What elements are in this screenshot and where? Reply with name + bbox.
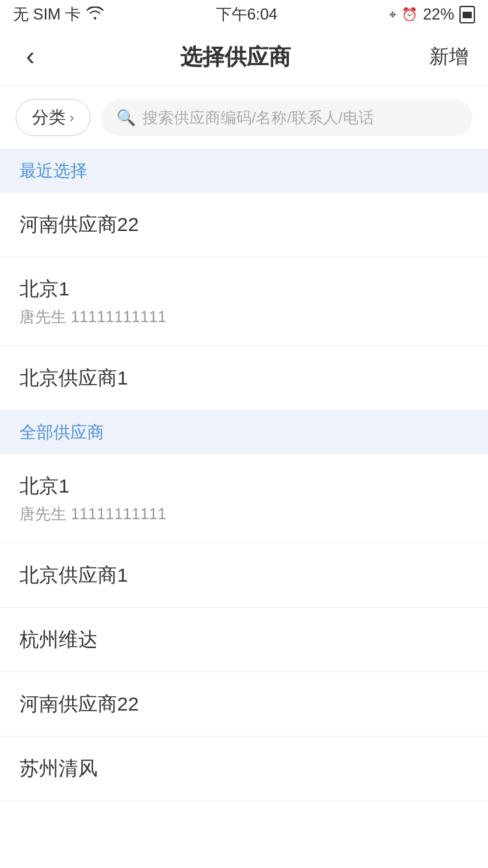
nav-bar: ‹ 选择供应商 新增 <box>0 29 488 86</box>
list-item[interactable]: 杭州维达 <box>0 608 488 672</box>
list-item[interactable]: 河南供应商22 <box>0 672 488 737</box>
filter-row: 分类 › 🔍 搜索供应商编码/名称/联系人/电话 <box>0 86 488 149</box>
item-name: 北京供应商1 <box>20 364 468 392</box>
section-header-1: 全部供应商 <box>0 411 488 454</box>
back-button[interactable]: ‹ <box>20 36 41 77</box>
list-item[interactable]: 苏州清风 <box>0 737 488 801</box>
item-sub: 唐先生 11111111111 <box>20 306 468 327</box>
list-item[interactable]: 北京1唐先生 11111111111 <box>0 257 488 346</box>
wifi-icon <box>86 5 104 23</box>
add-button[interactable]: 新增 <box>429 44 468 70</box>
status-left: 无 SIM 卡 <box>13 4 104 25</box>
category-label: 分类 <box>32 106 66 129</box>
battery-label: 22% <box>423 5 454 23</box>
item-name: 河南供应商22 <box>20 211 468 238</box>
page-title: 选择供应商 <box>180 42 291 72</box>
location-icon: ⌖ <box>389 7 396 22</box>
list-container: 最近选择河南供应商22北京1唐先生 11111111111北京供应商1全部供应商… <box>0 149 488 801</box>
item-name: 北京供应商1 <box>20 562 468 589</box>
section-header-0: 最近选择 <box>0 149 488 193</box>
search-icon: 🔍 <box>116 109 136 127</box>
chevron-right-icon: › <box>70 110 74 125</box>
search-placeholder: 搜索供应商编码/名称/联系人/电话 <box>142 107 374 128</box>
category-button[interactable]: 分类 › <box>16 99 90 136</box>
item-name: 北京1 <box>20 472 468 500</box>
status-time: 下午6:04 <box>216 4 278 25</box>
item-name: 河南供应商22 <box>20 690 468 718</box>
status-right: ⌖ ⏰ 22% <box>389 5 475 23</box>
item-name: 苏州清风 <box>20 755 468 782</box>
battery-icon <box>459 6 475 23</box>
item-sub: 唐先生 11111111111 <box>20 504 468 524</box>
alarm-icon: ⏰ <box>401 7 418 22</box>
search-box[interactable]: 🔍 搜索供应商编码/名称/联系人/电话 <box>101 100 472 136</box>
status-bar: 无 SIM 卡 下午6:04 ⌖ ⏰ 22% <box>0 0 488 29</box>
list-item[interactable]: 北京供应商1 <box>0 346 488 411</box>
list-item[interactable]: 河南供应商22 <box>0 193 488 257</box>
item-name: 北京1 <box>20 275 468 303</box>
list-item[interactable]: 北京供应商1 <box>0 543 488 608</box>
item-name: 杭州维达 <box>20 626 468 653</box>
list-item[interactable]: 北京1唐先生 11111111111 <box>0 454 488 543</box>
carrier-label: 无 SIM 卡 <box>13 4 81 25</box>
